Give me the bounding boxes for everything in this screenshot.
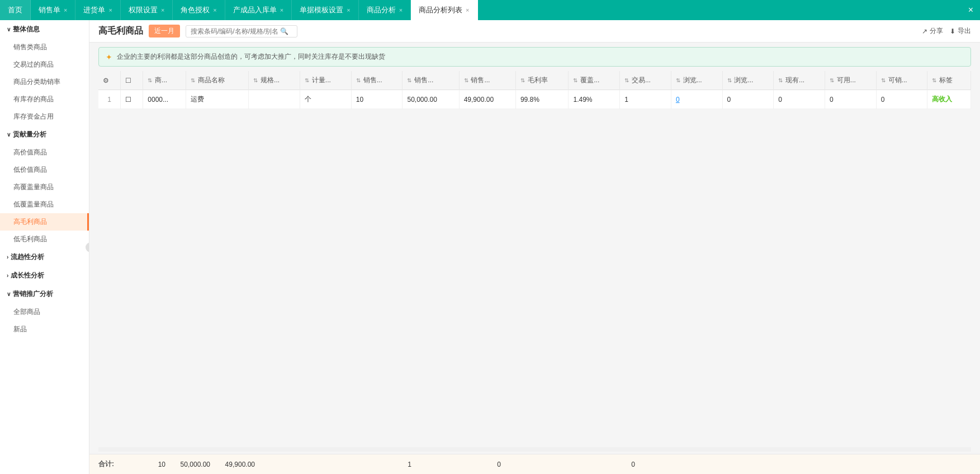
col-label: 规格... bbox=[261, 76, 280, 84]
close-tab-icon[interactable]: × bbox=[64, 7, 67, 13]
sidebar-group-营销推广分析[interactable]: ∨营销推广分析 bbox=[0, 285, 89, 303]
search-input[interactable] bbox=[191, 27, 280, 35]
cell-9: 99.8% bbox=[515, 90, 569, 109]
horizontal-scrollbar[interactable] bbox=[98, 447, 971, 452]
group-label: 整体信息 bbox=[13, 25, 40, 34]
sidebar-item-商品分类助销率[interactable]: 商品分类助销率 bbox=[0, 73, 89, 91]
filter-button[interactable]: 近一月 bbox=[149, 25, 180, 37]
close-tab-icon[interactable]: × bbox=[399, 7, 403, 13]
col-label: 交易... bbox=[632, 76, 651, 84]
col-label: 毛利率 bbox=[528, 76, 548, 84]
col-header-14[interactable]: ⇅ 现有... bbox=[774, 71, 825, 90]
col-label: 可用... bbox=[837, 76, 856, 84]
arrow-icon: ∨ bbox=[7, 132, 11, 138]
col-header-6[interactable]: ⇅ 销售... bbox=[351, 71, 403, 90]
nav-tab-进货单[interactable]: 进货单× bbox=[75, 0, 120, 20]
sort-icon: ⇅ bbox=[191, 77, 197, 83]
col-header-13[interactable]: ⇅ 浏览... bbox=[722, 71, 774, 90]
total-sales-cost: 49,900.00 bbox=[215, 461, 259, 468]
total-browse2: 0 bbox=[461, 461, 505, 468]
col-header-15[interactable]: ⇅ 可用... bbox=[825, 71, 877, 90]
sidebar-group-流趋性分析[interactable]: ›流趋性分析 bbox=[0, 248, 89, 266]
nav-tab-单据模板设置[interactable]: 单据模板设置× bbox=[292, 0, 358, 20]
cell-13: 0 bbox=[722, 90, 774, 109]
sidebar-item-库存资金占用[interactable]: 库存资金占用 bbox=[0, 108, 89, 125]
sidebar-item-全部商品[interactable]: 全部商品 bbox=[0, 303, 89, 321]
total-label: 合计: bbox=[98, 459, 114, 469]
content-header: 高毛利商品 近一月 🔍 ↗ 分享 ⬇ 导出 bbox=[89, 20, 980, 43]
cell-16: 0 bbox=[876, 90, 927, 109]
data-table-wrapper: ⚙☐⇅ 商...⇅ 商品名称⇅ 规格...⇅ 计量...⇅ 销售...⇅ 销售.… bbox=[98, 71, 971, 447]
main-layout: « ∨整体信息销售类商品交易过的商品商品分类助销率有库存的商品库存资金占用∨贡献… bbox=[0, 20, 980, 474]
arrow-icon: › bbox=[7, 254, 8, 260]
sidebar-item-有库存的商品[interactable]: 有库存的商品 bbox=[0, 91, 89, 108]
col-header-5[interactable]: ⇅ 计量... bbox=[300, 71, 352, 90]
col-header-9[interactable]: ⇅ 毛利率 bbox=[515, 71, 569, 90]
total-sellable: 0 bbox=[595, 461, 640, 468]
cell-5: 个 bbox=[300, 90, 352, 109]
nav-tab-产成品入库单[interactable]: 产成品入库单× bbox=[225, 0, 292, 20]
group-label: 成长性分析 bbox=[11, 271, 44, 280]
sort-icon: ⇅ bbox=[407, 77, 413, 83]
nav-tab-商品分析列表[interactable]: 商品分析列表× bbox=[411, 0, 477, 20]
sidebar-item-高价值商品[interactable]: 高价值商品 bbox=[0, 144, 89, 161]
col-header-16[interactable]: ⇅ 可销... bbox=[876, 71, 927, 90]
cell-4 bbox=[249, 90, 300, 109]
sidebar-item-低覆盖量商品[interactable]: 低覆盖量商品 bbox=[0, 196, 89, 213]
col-header-12[interactable]: ⇅ 浏览... bbox=[671, 71, 722, 90]
sort-icon: ⇅ bbox=[356, 77, 362, 83]
nav-tab-销售单[interactable]: 销售单× bbox=[31, 0, 75, 20]
share-button[interactable]: ↗ 分享 bbox=[922, 26, 943, 36]
search-box: 🔍 bbox=[186, 25, 297, 37]
group-label: 贡献量分析 bbox=[13, 130, 46, 139]
col-header-11[interactable]: ⇅ 交易... bbox=[620, 71, 671, 90]
nav-tab-角色授权[interactable]: 角色授权× bbox=[173, 0, 225, 20]
close-tab-icon[interactable]: × bbox=[466, 7, 469, 13]
col-header-17[interactable]: ⇅ 标签 bbox=[927, 71, 971, 90]
close-tab-icon[interactable]: × bbox=[280, 7, 283, 13]
total-bar: 合计: 10 50,000.00 49,900.00 1 0 0 bbox=[89, 454, 980, 474]
cell-15: 0 bbox=[825, 90, 877, 109]
sort-icon: ⇅ bbox=[676, 77, 682, 83]
close-tab-icon[interactable]: × bbox=[213, 7, 216, 13]
sidebar-group-整体信息[interactable]: ∨整体信息 bbox=[0, 20, 89, 39]
top-nav: 首页销售单×进货单×权限设置×角色授权×产成品入库单×单据模板设置×商品分析×商… bbox=[0, 0, 980, 20]
export-button[interactable]: ⬇ 导出 bbox=[950, 26, 971, 36]
sidebar-item-低价值商品[interactable]: 低价值商品 bbox=[0, 161, 89, 179]
nav-tab-商品分析[interactable]: 商品分析× bbox=[359, 0, 411, 20]
col-label: 销售... bbox=[414, 76, 433, 84]
sidebar-item-高覆盖量商品[interactable]: 高覆盖量商品 bbox=[0, 179, 89, 196]
search-icon[interactable]: 🔍 bbox=[280, 27, 288, 35]
col-header-8[interactable]: ⇅ 销售... bbox=[459, 71, 515, 90]
col-header-2[interactable]: ⇅ 商... bbox=[143, 71, 186, 90]
sidebar-item-新品[interactable]: 新品 bbox=[0, 321, 89, 338]
close-all-button[interactable]: × bbox=[962, 5, 980, 15]
col-header-4[interactable]: ⇅ 规格... bbox=[249, 71, 300, 90]
col-label: 可销... bbox=[888, 76, 907, 84]
close-tab-icon[interactable]: × bbox=[108, 7, 112, 13]
sidebar-item-销售类商品[interactable]: 销售类商品 bbox=[0, 39, 89, 56]
close-tab-icon[interactable]: × bbox=[347, 7, 350, 13]
data-table: ⚙☐⇅ 商...⇅ 商品名称⇅ 规格...⇅ 计量...⇅ 销售...⇅ 销售.… bbox=[98, 71, 971, 109]
close-tab-icon[interactable]: × bbox=[161, 7, 164, 13]
cell-3: 运费 bbox=[186, 90, 249, 109]
group-label: 营销推广分析 bbox=[13, 289, 53, 299]
col-label: 商品名称 bbox=[198, 76, 225, 84]
sidebar-item-高毛利商品[interactable]: 高毛利商品 bbox=[0, 213, 89, 231]
col-header-10[interactable]: ⇅ 覆盖... bbox=[569, 71, 620, 90]
info-text: 企业的主要的利润都是这部分商品创造的，可考虑加大推广，同时关注库存是不要出现缺货 bbox=[117, 52, 385, 62]
nav-tab-首页[interactable]: 首页 bbox=[0, 0, 31, 20]
cell-12[interactable]: 0 bbox=[671, 90, 722, 109]
arrow-icon: › bbox=[7, 273, 8, 279]
sort-icon: ⇅ bbox=[881, 77, 887, 83]
nav-tab-权限设置[interactable]: 权限设置× bbox=[121, 0, 173, 20]
sidebar-item-低毛利商品[interactable]: 低毛利商品 bbox=[0, 231, 89, 248]
sidebar-group-成长性分析[interactable]: ›成长性分析 bbox=[0, 266, 89, 285]
col-header-3[interactable]: ⇅ 商品名称 bbox=[186, 71, 249, 90]
sort-icon: ⇅ bbox=[830, 77, 836, 83]
sort-icon: ⇅ bbox=[520, 77, 527, 83]
sidebar-group-贡献量分析[interactable]: ∨贡献量分析 bbox=[0, 125, 89, 144]
col-label: 现有... bbox=[785, 76, 804, 84]
sidebar-item-交易过的商品[interactable]: 交易过的商品 bbox=[0, 56, 89, 73]
col-header-7[interactable]: ⇅ 销售... bbox=[403, 71, 459, 90]
